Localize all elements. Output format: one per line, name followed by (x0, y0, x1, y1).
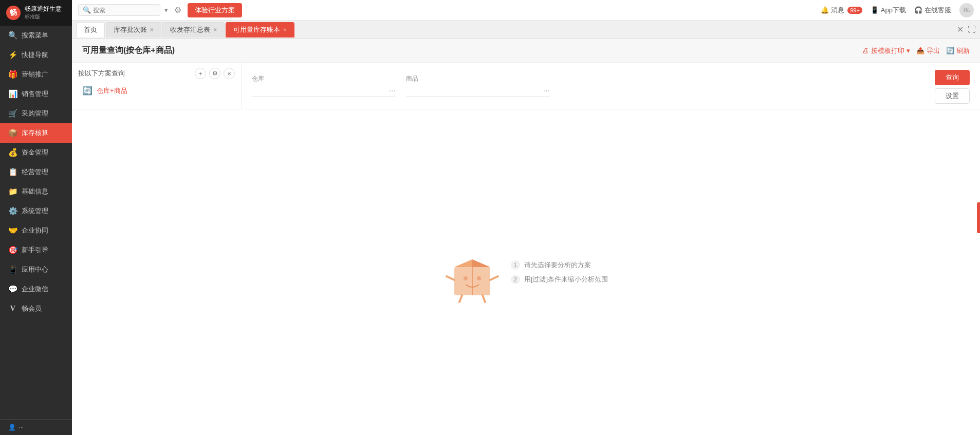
sidebar-item-label: 基础信息 (22, 187, 48, 196)
message-button[interactable]: 🔔 消息 99+ (821, 6, 862, 15)
main-area: 🔍 ▾ ⚙ 体验行业方案 🔔 消息 99+ 📱 App下载 🎧 在线客服 Rit (72, 0, 980, 435)
lightning-icon: ⚡ (8, 50, 17, 60)
money-icon: 💰 (8, 148, 17, 157)
sidebar-item-label: 销售管理 (22, 89, 48, 99)
sidebar-item-quicknav[interactable]: ⚡ 快捷导航 (0, 45, 72, 65)
topbar: 🔍 ▾ ⚙ 体验行业方案 🔔 消息 99+ 📱 App下载 🎧 在线客服 Rit (72, 0, 980, 21)
settings-scheme-button[interactable]: ⚙ (209, 68, 220, 79)
tip-num-2: 2 (511, 275, 520, 284)
product-field-input: ··· (406, 85, 550, 97)
svg-line-9 (490, 276, 498, 280)
sidebar-logo: 畅 畅康通好生意 标准版 (0, 0, 72, 26)
empty-tip-2: 2 用[过滤]条件来缩小分析范围 (511, 275, 608, 284)
sidebar-item-finance[interactable]: 💰 资金管理 (0, 143, 72, 162)
svg-marker-1 (454, 259, 472, 267)
window-close-button[interactable]: ✕ (957, 25, 964, 34)
online-service-label: 在线客服 (924, 6, 951, 15)
tab-deposit-summary-close[interactable]: × (213, 26, 217, 33)
filter-action-buttons: 查询 设置 (935, 68, 970, 104)
tip-text-2: 用[过滤]条件来缩小分析范围 (524, 275, 608, 284)
svg-marker-2 (472, 259, 490, 267)
sidebar-item-marketing[interactable]: 🎁 营销推广 (0, 65, 72, 84)
export-button[interactable]: 📤 导出 (916, 46, 940, 55)
warehouse-input[interactable] (252, 87, 387, 95)
sidebar-item-search[interactable]: 🔍 搜索菜单 (0, 26, 72, 45)
filter-scheme-label: 按以下方案查询 (78, 69, 125, 78)
print-button[interactable]: 🖨 按模板打印 ▾ (862, 46, 910, 55)
sidebar-item-inventory[interactable]: 📦 库存核算 (0, 123, 72, 143)
product-dots-button[interactable]: ··· (543, 86, 550, 96)
tab-batch-ledger-label: 库存批次账 (114, 25, 147, 34)
empty-state: 1 请先选择要分析的方案 2 用[过滤]条件来缩小分析范围 (72, 109, 980, 435)
search-input[interactable] (93, 7, 155, 14)
chat-icon: 💬 (8, 285, 17, 294)
chart-icon: 📊 (8, 89, 17, 99)
tab-home[interactable]: 首页 (76, 22, 105, 37)
svg-point-4 (464, 276, 468, 280)
sidebar-item-enterprise[interactable]: 🤝 企业协同 (0, 221, 72, 240)
sidebar-nav: 🔍 搜索菜单 ⚡ 快捷导航 🎁 营销推广 📊 销售管理 🛒 采购管理 📦 库存核… (0, 26, 72, 419)
bell-icon: 🔔 (821, 6, 829, 14)
query-button[interactable]: 查询 (935, 70, 970, 85)
page-header-actions: 🖨 按模板打印 ▾ 📤 导出 🔄 刷新 (862, 46, 970, 55)
sidebar: 畅 畅康通好生意 标准版 🔍 搜索菜单 ⚡ 快捷导航 🎁 营销推广 📊 销售管理… (0, 0, 72, 435)
sidebar-item-purchase[interactable]: 🛒 采购管理 (0, 104, 72, 123)
online-service-button[interactable]: 🎧 在线客服 (914, 6, 951, 15)
vip-icon: V (8, 304, 17, 313)
print-icon: 🖨 (862, 47, 869, 54)
export-icon: 📤 (916, 47, 924, 54)
topbar-dropdown-icon[interactable]: ▾ (164, 6, 168, 14)
tab-batch-ledger-close[interactable]: × (150, 26, 154, 33)
export-label: 导出 (927, 46, 940, 55)
sidebar-item-label: 采购管理 (22, 109, 48, 118)
folder-icon: 📁 (8, 187, 17, 196)
message-label: 消息 (831, 6, 844, 15)
svg-line-6 (459, 295, 462, 302)
sidebar-item-operations[interactable]: 📋 经营管理 (0, 162, 72, 182)
tab-bar: 首页 库存批次账 × 收发存汇总表 × 可用量库存账本 × ✕ ⛶ (72, 21, 980, 39)
sidebar-item-sales[interactable]: 📊 销售管理 (0, 84, 72, 104)
trial-industry-button[interactable]: 体验行业方案 (188, 3, 242, 17)
box-icon: 📦 (8, 128, 17, 138)
tab-available-qty[interactable]: 可用量库存账本 × (226, 22, 294, 37)
scheme-label: 仓库+商品 (97, 86, 127, 96)
sidebar-item-label: 库存核算 (22, 128, 48, 138)
svg-point-5 (477, 276, 481, 280)
tip-text-1: 请先选择要分析的方案 (524, 260, 591, 270)
print-dropdown-icon: ▾ (907, 47, 910, 54)
user-avatar[interactable]: Rit (959, 3, 974, 17)
logo-icon: 畅 (6, 6, 21, 20)
add-scheme-button[interactable]: ＋ (195, 68, 206, 79)
sidebar-bottom[interactable]: 👤 ··· (0, 419, 72, 435)
app-download-button[interactable]: 📱 App下载 (871, 6, 906, 15)
warehouse-field-input: ··· (252, 85, 396, 97)
window-maximize-button[interactable]: ⛶ (968, 25, 976, 34)
tab-batch-ledger[interactable]: 库存批次账 × (106, 22, 161, 37)
settings-button[interactable]: 设置 (935, 88, 970, 104)
topbar-search-box[interactable]: 🔍 (78, 4, 160, 16)
warehouse-dots-button[interactable]: ··· (389, 86, 396, 96)
sidebar-item-system[interactable]: ⚙️ 系统管理 (0, 201, 72, 221)
filter-scheme-header: 按以下方案查询 ＋ ⚙ « (78, 68, 235, 79)
tab-deposit-summary[interactable]: 收发存汇总表 × (162, 22, 225, 37)
handshake-icon: 🤝 (8, 226, 17, 235)
collapse-scheme-button[interactable]: « (224, 68, 235, 79)
filter-scheme-actions: ＋ ⚙ « (195, 68, 235, 79)
gift-icon: 🎁 (8, 70, 17, 79)
refresh-label: 刷新 (956, 46, 970, 55)
tab-available-qty-close[interactable]: × (283, 26, 287, 33)
logo-badge: 标准版 (25, 13, 62, 21)
refresh-button[interactable]: 🔄 刷新 (946, 46, 970, 55)
sidebar-item-newbie[interactable]: 🎯 新手引导 (0, 240, 72, 260)
sidebar-item-appstore[interactable]: 📱 应用中心 (0, 260, 72, 279)
scheme-item-warehouse-product[interactable]: 🔄 仓库+商品 (78, 83, 235, 98)
sidebar-item-basic[interactable]: 📁 基础信息 (0, 182, 72, 201)
sidebar-item-member[interactable]: V 畅会员 (0, 299, 72, 318)
sidebar-item-label: 应用中心 (22, 265, 48, 274)
product-input[interactable] (406, 87, 541, 95)
warehouse-filter-field: 仓库 ··· (252, 74, 396, 97)
empty-illustration (444, 247, 495, 298)
topbar-gear-icon[interactable]: ⚙ (174, 5, 181, 15)
page-header: 可用量查询(按仓库+商品) 🖨 按模板打印 ▾ 📤 导出 🔄 刷新 (72, 39, 980, 63)
sidebar-item-wechat[interactable]: 💬 企业微信 (0, 279, 72, 299)
